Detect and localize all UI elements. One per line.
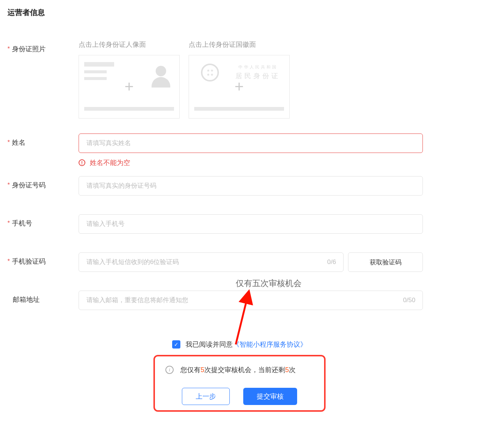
upload-back-caption: 点击上传身份证国徽面 <box>189 40 290 49</box>
label-id-number: * 身份证号码 <box>7 176 79 190</box>
label-id-number-text: 身份证号码 <box>12 181 46 190</box>
review-highlight-box: i 您仅有5次提交审核机会，当前还剩5次 上一步 提交审核 <box>153 355 326 412</box>
name-input[interactable] <box>79 134 423 153</box>
field-code: * 手机验证码 0/6 获取验证码 <box>7 252 472 272</box>
check-icon: ✓ <box>174 341 179 347</box>
field-email: 邮箱地址 0/50 仅有五次审核机会 <box>7 291 472 310</box>
upload-front-caption: 点击上传身份证人像面 <box>79 40 180 49</box>
review-total-count: 5 <box>201 366 204 374</box>
upload-id-front[interactable]: + <box>79 55 180 119</box>
required-star-icon: * <box>7 182 10 188</box>
agreement-link[interactable]: 《智能小程序服务协议》 <box>233 340 307 349</box>
label-id-photo: * 身份证照片 <box>7 40 79 53</box>
field-phone: * 手机号 <box>7 214 472 234</box>
code-counter: 0/6 <box>327 258 336 266</box>
id-number-input[interactable] <box>79 176 423 196</box>
label-code-text: 手机验证码 <box>12 257 46 266</box>
label-code: * 手机验证码 <box>7 252 79 266</box>
email-input[interactable] <box>79 291 423 310</box>
name-error-text: 姓名不能为空 <box>90 158 130 167</box>
agreement-text: 我已阅读并同意 <box>186 340 233 349</box>
plus-icon: + <box>235 79 244 95</box>
review-info-row: i 您仅有5次提交审核机会，当前还剩5次 <box>165 365 314 374</box>
error-icon: ! <box>79 159 85 166</box>
label-phone: * 手机号 <box>7 214 79 228</box>
submit-review-button[interactable]: 提交审核 <box>243 388 297 405</box>
label-phone-text: 手机号 <box>12 219 32 228</box>
label-email: 邮箱地址 <box>7 291 79 304</box>
plus-icon: + <box>125 79 134 95</box>
emblem-icon: ★ ★★ ★ <box>201 64 219 82</box>
annotation-text: 仅有五次审核机会 <box>236 278 302 289</box>
required-star-icon: * <box>7 258 10 265</box>
email-counter: 0/50 <box>403 297 415 304</box>
review-remaining-count: 5 <box>285 366 289 374</box>
field-name: * 姓名 ! 姓名不能为空 <box>7 134 472 167</box>
name-error-message: ! 姓名不能为空 <box>79 158 423 167</box>
required-star-icon: * <box>7 46 10 52</box>
phone-input[interactable] <box>79 214 423 234</box>
get-code-button[interactable]: 获取验证码 <box>348 252 423 272</box>
portrait-icon <box>151 66 171 88</box>
code-input[interactable] <box>79 252 344 272</box>
label-name-text: 姓名 <box>12 138 25 147</box>
field-id-number: * 身份证号码 <box>7 176 472 196</box>
required-star-icon: * <box>7 220 10 227</box>
previous-button[interactable]: 上一步 <box>182 388 230 405</box>
label-email-text: 邮箱地址 <box>13 295 40 304</box>
section-title: 运营者信息 <box>7 7 472 18</box>
label-id-photo-text: 身份证照片 <box>12 45 46 53</box>
info-icon: i <box>165 366 174 374</box>
agreement-row: ✓ 我已阅读并同意 《智能小程序服务协议》 <box>172 340 307 349</box>
required-star-icon: * <box>7 139 10 146</box>
agreement-checkbox[interactable]: ✓ <box>172 340 180 349</box>
label-name: * 姓名 <box>7 134 79 147</box>
upload-id-back[interactable]: ★ ★★ ★ 中华人民共和国 居民身份证 + <box>189 55 290 119</box>
field-id-photo: * 身份证照片 点击上传身份证人像面 + <box>7 40 472 119</box>
